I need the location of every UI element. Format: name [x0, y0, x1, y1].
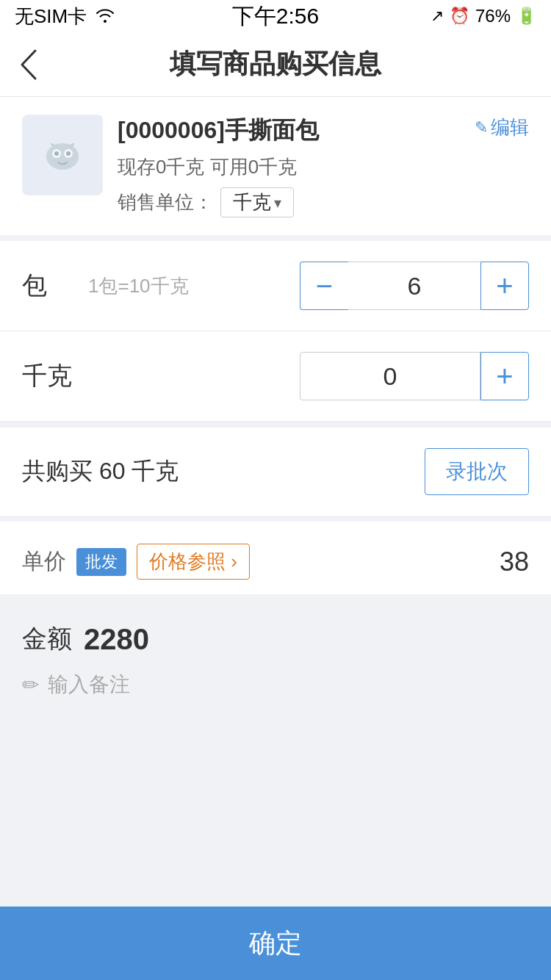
- price-label: 单价: [22, 547, 66, 577]
- page-title: 填写商品购买信息: [170, 46, 381, 82]
- status-right: ↗ ⏰ 76% 🔋: [431, 6, 536, 26]
- product-unit-row: 销售单位： 千克 ▾: [118, 187, 460, 217]
- amount-label: 金额: [22, 622, 72, 656]
- price-value: 38: [500, 547, 529, 577]
- product-info: [0000006]手撕面包 现存0千克 可用0千克 销售单位： 千克 ▾: [118, 115, 460, 217]
- product-image: [22, 115, 103, 195]
- quantity-row-kg: 千克 +: [0, 331, 551, 422]
- confirm-button-label: 确定: [249, 926, 302, 962]
- quantity-control-kg: +: [300, 352, 529, 400]
- svg-point-0: [46, 143, 79, 170]
- carrier-text: 无SIM卡: [15, 4, 87, 29]
- quantity-input-bao[interactable]: [348, 262, 480, 310]
- status-bar: 无SIM卡 下午2:56 ↗ ⏰ 76% 🔋: [0, 0, 551, 32]
- amount-section: 金额 2280 ✏ 输入备注: [0, 600, 551, 713]
- product-card: [0000006]手撕面包 现存0千克 可用0千克 销售单位： 千克 ▾ ✎ 编…: [0, 97, 551, 241]
- remark-row[interactable]: ✏ 输入备注: [22, 671, 529, 713]
- svg-point-4: [66, 151, 71, 156]
- back-button[interactable]: [18, 48, 38, 82]
- quantity-hint-bao: 1包=10千克: [88, 273, 300, 299]
- location-icon: ↗: [431, 7, 444, 26]
- product-name: [0000006]手撕面包: [118, 115, 460, 147]
- amount-value: 2280: [84, 623, 149, 656]
- battery-text: 76%: [475, 6, 511, 26]
- quantity-section: 包 1包=10千克 − + 千克 +: [0, 241, 551, 422]
- unit-value: 千克: [233, 190, 271, 215]
- confirm-bar[interactable]: 确定: [0, 907, 551, 980]
- quantity-row-bao: 包 1包=10千克 − +: [0, 241, 551, 331]
- edit-label: 编辑: [491, 115, 529, 140]
- increment-bao-button[interactable]: +: [480, 262, 529, 310]
- status-time: 下午2:56: [232, 1, 319, 32]
- unit-select[interactable]: 千克 ▾: [220, 187, 294, 217]
- bottom-spacer: [0, 713, 551, 919]
- price-reference-button[interactable]: 价格参照 ›: [137, 544, 250, 580]
- quantity-input-kg[interactable]: [300, 352, 480, 400]
- pencil-icon: ✏: [22, 673, 39, 697]
- remark-placeholder: 输入备注: [48, 671, 130, 699]
- unit-chevron-icon: ▾: [274, 194, 281, 212]
- product-stock: 现存0千克 可用0千克: [118, 154, 460, 180]
- edit-icon: ✎: [475, 118, 488, 137]
- price-type-badge: 批发: [76, 548, 126, 576]
- unit-label: 销售单位：: [118, 190, 213, 215]
- summary-row: 共购买 60 千克 录批次: [0, 422, 551, 522]
- batch-button[interactable]: 录批次: [425, 448, 529, 495]
- amount-row: 金额 2280: [22, 622, 529, 656]
- quantity-label-kg: 千克: [22, 359, 81, 393]
- price-row: 单价 批发 价格参照 › 38: [22, 544, 529, 580]
- svg-point-3: [54, 151, 59, 156]
- price-section: 单价 批发 价格参照 › 38: [0, 522, 551, 600]
- summary-text: 共购买 60 千克: [22, 455, 179, 488]
- battery-icon: 🔋: [516, 7, 536, 26]
- quantity-label-bao: 包: [22, 269, 81, 303]
- nav-bar: 填写商品购买信息: [0, 32, 551, 97]
- status-left: 无SIM卡: [15, 4, 116, 29]
- quantity-control-bao: − +: [300, 262, 529, 310]
- alarm-icon: ⏰: [450, 7, 469, 26]
- increment-kg-button[interactable]: +: [480, 352, 529, 400]
- decrement-bao-button[interactable]: −: [300, 262, 348, 310]
- edit-button[interactable]: ✎ 编辑: [475, 115, 529, 140]
- wifi-icon: [94, 5, 116, 28]
